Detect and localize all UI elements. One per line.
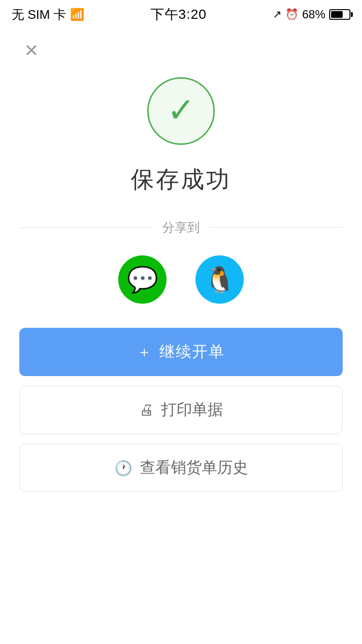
checkmark-icon: ✓ xyxy=(167,93,195,127)
status-left: 无 SIM 卡 📶 xyxy=(12,6,84,23)
battery-percent: 68% xyxy=(302,8,325,21)
battery-icon xyxy=(329,9,350,20)
continue-order-button[interactable]: ＋ 继续开单 xyxy=(19,328,343,376)
history-icon: 🕐 xyxy=(114,460,132,476)
alarm-icon: ⏰ xyxy=(285,8,298,21)
close-icon: ✕ xyxy=(24,42,39,59)
page-content: ✕ ✓ 保存成功 分享到 💬 🐧 ＋ 继续开单 🖨 xyxy=(0,29,362,492)
success-circle: ✓ xyxy=(147,77,215,145)
share-section: 分享到 💬 🐧 xyxy=(19,219,343,304)
history-label: 查看销货单历史 xyxy=(140,457,248,478)
action-buttons: ＋ 继续开单 🖨 打印单据 🕐 查看销货单历史 xyxy=(19,328,343,492)
location-icon: ↗ xyxy=(273,8,281,21)
plus-icon: ＋ xyxy=(137,342,152,362)
share-icons: 💬 🐧 xyxy=(19,255,343,304)
share-label: 分享到 xyxy=(153,219,209,236)
status-bar: 无 SIM 卡 📶 下午3:20 ↗ ⏰ 68% xyxy=(0,0,362,29)
status-right: ↗ ⏰ 68% xyxy=(273,8,350,21)
wechat-icon: 💬 xyxy=(127,265,158,294)
wifi-icon: 📶 xyxy=(70,8,84,21)
divider-left xyxy=(19,227,153,228)
continue-order-label: 继续开单 xyxy=(159,341,225,363)
status-time: 下午3:20 xyxy=(151,5,207,24)
qq-share-button[interactable]: 🐧 xyxy=(195,255,244,304)
print-label: 打印单据 xyxy=(161,399,223,420)
divider-right xyxy=(209,227,343,228)
history-button[interactable]: 🕐 查看销货单历史 xyxy=(19,444,343,492)
no-sim-text: 无 SIM 卡 xyxy=(12,6,66,23)
close-button[interactable]: ✕ xyxy=(19,39,43,63)
wechat-share-button[interactable]: 💬 xyxy=(118,255,167,304)
qq-icon: 🐧 xyxy=(204,265,236,294)
print-button[interactable]: 🖨 打印单据 xyxy=(19,386,343,434)
printer-icon: 🖨 xyxy=(139,402,153,418)
success-section: ✓ 保存成功 xyxy=(19,77,343,195)
share-divider: 分享到 xyxy=(19,219,343,236)
success-title: 保存成功 xyxy=(131,164,231,195)
